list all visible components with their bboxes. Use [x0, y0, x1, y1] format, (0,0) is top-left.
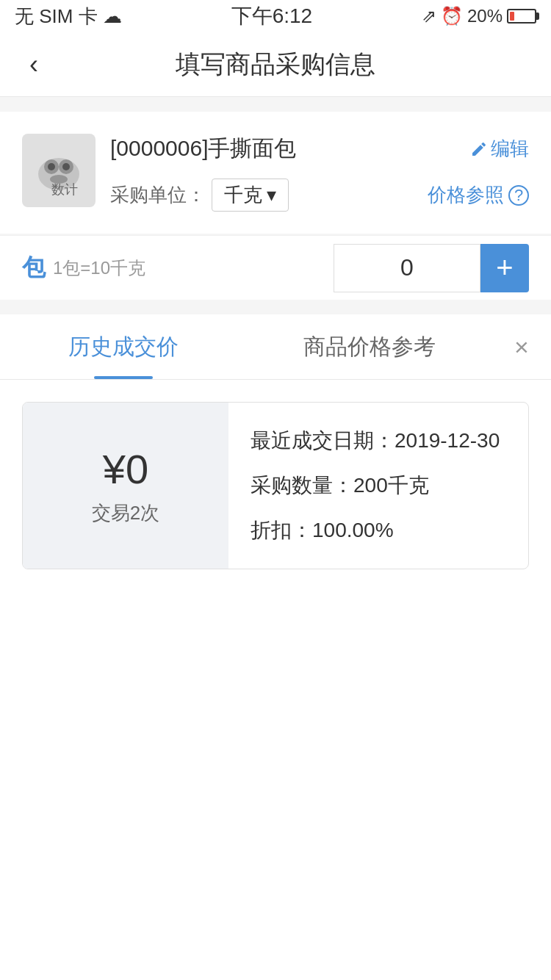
recent-date-row: 最近成交日期：2019-12-30	[251, 425, 506, 458]
sim-label: 无 SIM 卡 ☁	[15, 4, 122, 29]
quantity-value: 200千克	[353, 474, 429, 497]
unit-value: 千克	[224, 182, 262, 208]
nav-bar: ‹ 填写商品采购信息	[0, 32, 551, 97]
discount-value: 100.00%	[312, 519, 394, 541]
discount-label: 折扣：	[251, 519, 312, 541]
product-unit-row: 采购单位： 千克 ▾ 价格参照 ?	[110, 179, 529, 212]
unit-label: 采购单位： 千克 ▾	[110, 179, 289, 212]
quantity-input[interactable]	[334, 244, 480, 292]
tab-price-ref-label: 商品价格参考	[303, 332, 436, 362]
svg-point-4	[62, 163, 70, 170]
quantity-row-detail: 采购数量：200千克	[251, 469, 506, 502]
product-thumbnail: 数计	[22, 134, 96, 207]
battery-icon	[507, 9, 536, 24]
tab-price-ref[interactable]: 商品价格参考	[246, 314, 492, 379]
quantity-label: 采购数量：	[251, 474, 353, 497]
tabs-container: 历史成交价 商品价格参考 × ¥0 交易2次 最近成交日期：2019-12-30…	[0, 314, 551, 591]
trade-count: 交易2次	[92, 500, 159, 526]
price-card: ¥0 交易2次 最近成交日期：2019-12-30 采购数量：200千克 折扣：…	[22, 402, 529, 569]
product-title: 手撕面包	[208, 136, 296, 160]
price-amount: ¥0	[103, 445, 148, 493]
status-right: ⇗ ⏰ 20%	[422, 6, 536, 26]
price-right-panel: 最近成交日期：2019-12-30 采购数量：200千克 折扣：100.00%	[228, 403, 528, 569]
unit-conversion-text: 1包=10千克	[53, 256, 145, 280]
product-header: [0000006]手撕面包 编辑	[110, 134, 529, 164]
price-ref-button[interactable]: 价格参照 ?	[428, 182, 529, 208]
battery-percent: 20%	[467, 6, 503, 26]
price-left-panel: ¥0 交易2次	[23, 403, 228, 569]
price-ref-label: 价格参照	[428, 182, 504, 208]
help-icon: ?	[508, 185, 529, 206]
status-left: 无 SIM 卡 ☁	[15, 4, 122, 29]
tab-close-button[interactable]: ×	[492, 314, 551, 379]
unit-label-text: 采购单位：	[110, 182, 206, 208]
back-button[interactable]: ‹	[22, 42, 46, 87]
tab-history-price[interactable]: 历史成交价	[0, 314, 246, 379]
history-content: ¥0 交易2次 最近成交日期：2019-12-30 采购数量：200千克 折扣：…	[0, 380, 551, 591]
tabs-header: 历史成交价 商品价格参考 ×	[0, 314, 551, 380]
discount-row: 折扣：100.00%	[251, 514, 506, 547]
quantity-control: +	[334, 244, 529, 292]
tab-history-label: 历史成交价	[68, 332, 179, 362]
alarm-icon: ⏰	[441, 6, 463, 26]
unit-box-icon: 包	[22, 252, 46, 284]
product-logo-icon: 数计	[29, 141, 88, 200]
page-title: 填写商品采购信息	[176, 48, 375, 82]
product-info: [0000006]手撕面包 编辑 采购单位： 千克 ▾ 价格参照 ?	[110, 134, 529, 212]
edit-label: 编辑	[491, 136, 529, 162]
quantity-row: 包 1包=10千克 +	[0, 235, 551, 300]
unit-select[interactable]: 千克 ▾	[212, 179, 289, 212]
edit-icon	[470, 140, 488, 158]
quantity-plus-button[interactable]: +	[480, 244, 529, 292]
svg-text:数计: 数计	[51, 182, 78, 197]
product-name: [0000006]手撕面包	[110, 134, 296, 164]
status-bar: 无 SIM 卡 ☁ 下午6:12 ⇗ ⏰ 20%	[0, 0, 551, 32]
product-card: 数计 [0000006]手撕面包 编辑 采购单位： 千克 ▾	[0, 112, 551, 234]
price-value: 0	[126, 446, 148, 492]
recent-date-label: 最近成交日期：	[251, 429, 395, 452]
location-icon: ⇗	[422, 6, 436, 26]
status-time: 下午6:12	[231, 2, 313, 30]
svg-point-3	[48, 163, 55, 170]
edit-button[interactable]: 编辑	[470, 136, 529, 162]
recent-date-value: 2019-12-30	[395, 429, 500, 452]
currency-symbol: ¥	[103, 446, 126, 492]
dropdown-arrow-icon: ▾	[267, 184, 276, 206]
bottom-area	[0, 591, 551, 980]
product-id: [0000006]	[110, 136, 208, 160]
quantity-unit-info: 包 1包=10千克	[22, 252, 145, 284]
